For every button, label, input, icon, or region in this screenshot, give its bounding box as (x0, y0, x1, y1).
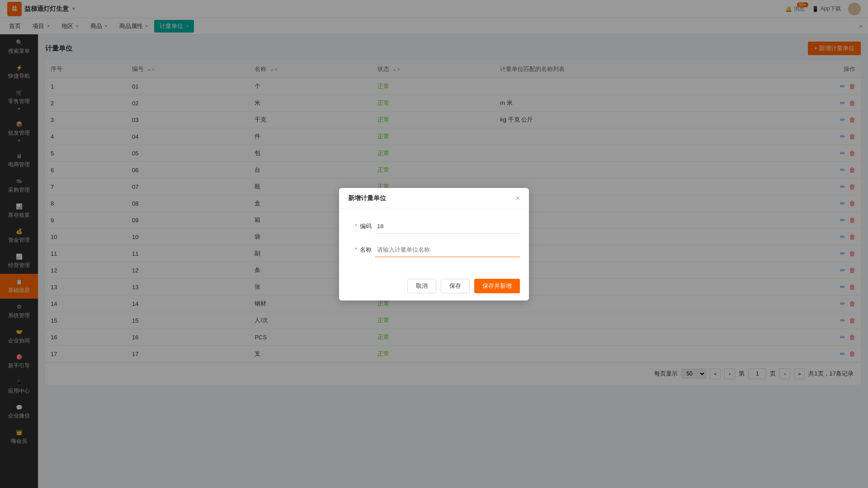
code-label: * 编码 (348, 222, 375, 230)
code-form-row: * 编码 (348, 219, 520, 234)
name-required-mark: * (355, 246, 357, 253)
save-button[interactable]: 保存 (441, 279, 470, 293)
code-input[interactable] (375, 219, 520, 234)
modal-overlay[interactable]: 新增计量单位 × * 编码 * 名称 取消 保存 保存并新增 (0, 0, 868, 488)
save-and-new-button[interactable]: 保存并新增 (474, 279, 520, 293)
modal-close-button[interactable]: × (516, 194, 520, 202)
name-input[interactable] (375, 243, 520, 257)
add-unit-modal: 新增计量单位 × * 编码 * 名称 取消 保存 保存并新增 (339, 188, 529, 300)
name-form-row: * 名称 (348, 243, 520, 257)
modal-footer: 取消 保存 保存并新增 (339, 273, 529, 300)
name-label: * 名称 (348, 246, 375, 254)
modal-title: 新增计量单位 (348, 194, 386, 202)
code-required-mark: * (355, 223, 357, 230)
modal-header: 新增计量单位 × (339, 188, 529, 208)
cancel-button[interactable]: 取消 (407, 279, 436, 293)
modal-body: * 编码 * 名称 (339, 208, 529, 273)
